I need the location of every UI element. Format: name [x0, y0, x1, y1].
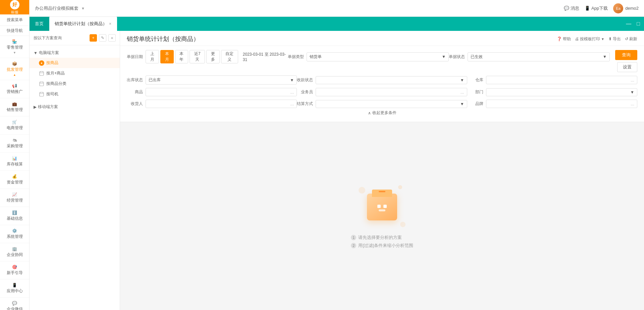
date-last-month-btn[interactable]: 上月 — [146, 50, 159, 63]
empty-hint-2: 2 用[过滤]条件来缩小分析范围 — [351, 243, 413, 249]
outstatus-select[interactable]: 已出库 ▼ — [146, 75, 297, 85]
sidebar-item-ecommerce-label: 电商管理 — [7, 125, 23, 131]
sidebar-item-operations[interactable]: 📈 经营管理 — [0, 189, 29, 207]
export-button[interactable]: ⬆ 导出 — [608, 36, 621, 42]
settlement-select[interactable]: ▼ — [316, 100, 467, 108]
settlement-label: 结算方式 — [297, 101, 316, 107]
setting-button[interactable]: 设置 — [617, 62, 637, 72]
title-actions: ❓ 帮助 🖨 按模板打印 ▼ ⬆ 导出 ↺ 刷新 — [557, 36, 637, 42]
sidebar-item-ecommerce[interactable]: 🛒 电商管理 — [0, 116, 29, 135]
date-this-year-btn[interactable]: 本年 — [175, 50, 189, 63]
add-solution-button[interactable]: + — [90, 34, 97, 42]
collapse-icon: « — [111, 36, 113, 40]
template-print-label: 按模板打印 — [580, 36, 600, 42]
tab-maximize-button[interactable]: □ — [635, 20, 641, 28]
template-print-button[interactable]: 🖨 按模板打印 ▼ — [575, 36, 604, 42]
sidebar-item-purchase[interactable]: 🛍 采购管理 — [0, 135, 29, 153]
app-logo[interactable]: 好 标服 — [0, 0, 29, 14]
tab-home[interactable]: 首页 — [30, 17, 49, 31]
warehouse-dots-icon[interactable]: ... — [631, 78, 634, 83]
sidebar-item-finance[interactable]: 💰 资金管理 — [0, 171, 29, 189]
receiver-dots-icon[interactable]: ... — [290, 101, 294, 106]
solution-by-category[interactable]: 按商品分类 — [30, 79, 120, 89]
user-info[interactable]: Ea demo2 — [613, 3, 639, 13]
page-content: 按以下方案查询 + ✎ « ▼ 电脑端方案 ● 按商品 — [30, 31, 644, 310]
docstatus-select[interactable]: 已生效 ▼ — [468, 52, 610, 61]
salesperson-dots-icon[interactable]: ... — [461, 90, 464, 95]
outstatus-label: 出库状态 — [127, 77, 146, 83]
brand-label: 品牌 — [467, 101, 486, 107]
tab-home-label: 首页 — [35, 21, 44, 27]
date-custom-btn[interactable]: 自定义 — [221, 50, 238, 63]
tab-close-button[interactable]: × — [109, 21, 111, 26]
breadcrumb-arrow-icon: ▼ — [81, 6, 85, 10]
sidebar: 好 标服 搜索菜单 快捷导航 🏪 零售管理 ▼ 📦 批发管理 ▲ 📢 营销推广 … — [0, 0, 30, 310]
app-download-button[interactable]: 📱 App下载 — [585, 5, 608, 11]
purchase-icon: 🛍 — [13, 138, 17, 143]
top-header: 办公用品行业模拟账套 ▼ 💬 消息 📱 App下载 Ea demo2 — [30, 0, 644, 17]
svg-rect-8 — [40, 92, 44, 96]
pc-group-title[interactable]: ▼ 电脑端方案 — [30, 48, 120, 58]
page-title: 销货单统计计划（按商品） — [127, 35, 199, 43]
edit-icon: ✎ — [101, 36, 104, 40]
chevron-up-icon: ∧ — [368, 111, 371, 115]
sidebar-item-wholesale[interactable]: 📦 批发管理 ▲ — [0, 58, 29, 80]
tab-active[interactable]: 销货单统计计划（按商品） × — [49, 17, 117, 31]
sidebar-item-enterprise-label: 企业协同 — [7, 252, 23, 258]
salesperson-label: 业务员 — [297, 89, 316, 95]
quick-nav[interactable]: 快捷导航 — [0, 26, 29, 36]
date-last7-btn[interactable]: 近7天 — [190, 50, 205, 63]
marketing-icon: 📢 — [12, 84, 17, 88]
sidebar-item-base[interactable]: ℹ️ 基础信息 — [0, 207, 29, 225]
template-print-arrow: ▼ — [601, 37, 604, 41]
solution-by-driver[interactable]: 按司机 — [30, 89, 120, 99]
help-button[interactable]: ❓ 帮助 — [557, 36, 571, 42]
sidebar-item-wechat[interactable]: 💬 企业微信 — [0, 298, 29, 310]
search-menu[interactable]: 搜索菜单 — [0, 14, 29, 26]
solution-driver-icon — [39, 92, 44, 97]
collapse-panel-button[interactable]: « — [108, 34, 116, 42]
solution-by-product-label: 按商品 — [46, 60, 58, 66]
system-icon: ⚙️ — [12, 228, 17, 233]
edit-solution-button[interactable]: ✎ — [99, 34, 106, 42]
solution-by-month-product[interactable]: 按月+商品 — [30, 68, 120, 79]
data-area: 1 请先选择要分析的方案 2 用[过滤]条件来缩小分析范围 — [120, 122, 644, 310]
ecommerce-icon: 🛒 — [12, 120, 17, 124]
wholesale-arrow: ▲ — [13, 73, 16, 76]
solution-by-product[interactable]: ● 按商品 — [30, 58, 120, 68]
date-more-btn[interactable]: 更多 — [206, 50, 220, 63]
print-icon: 🖨 — [575, 37, 579, 41]
sidebar-item-inventory[interactable]: 📊 库存核算 — [0, 153, 29, 171]
apps-icon: 📱 — [12, 283, 17, 288]
action-panel: 查询 设置 — [615, 50, 637, 72]
query-button[interactable]: 查询 — [615, 50, 637, 60]
sidebar-item-apps[interactable]: 📱 应用中心 — [0, 279, 29, 298]
outstatus-arrow-icon: ▼ — [290, 78, 294, 83]
filter-docstatus-group: 单据状态 已生效 ▼ — [449, 50, 610, 63]
mobile-group-label: 移动端方案 — [38, 104, 58, 110]
sidebar-item-sales[interactable]: 💼 销售管理 — [0, 98, 29, 116]
department-select[interactable]: ▼ — [486, 88, 637, 96]
doctype-select[interactable]: 销货单 ▼ — [307, 52, 449, 61]
message-button[interactable]: 💬 消息 — [564, 5, 579, 11]
sidebar-item-guide[interactable]: 🎯 新手引导 — [0, 261, 29, 279]
sidebar-item-marketing[interactable]: 📢 营销推广 — [0, 80, 29, 98]
brand-dots-icon[interactable]: ... — [631, 101, 634, 106]
doctype-value: 销货单 — [310, 54, 322, 60]
help-label: 帮助 — [563, 36, 571, 42]
guide-icon: 🎯 — [12, 265, 17, 269]
tab-minimize-button[interactable]: — — [625, 20, 633, 28]
refresh-button[interactable]: ↺ 刷新 — [625, 36, 637, 42]
solution-by-driver-label: 按司机 — [46, 91, 58, 97]
mobile-solution-group[interactable]: ▶ 移动端方案 — [30, 102, 120, 112]
sidebar-item-enterprise[interactable]: 🏢 企业协同 — [0, 243, 29, 261]
sidebar-item-system[interactable]: ⚙️ 系统管理 — [0, 225, 29, 243]
payment-select[interactable]: ▼ — [316, 76, 467, 84]
product-dots-icon[interactable]: ... — [290, 90, 294, 95]
collapse-more-button[interactable]: ∧ 收起更多条件 — [127, 108, 637, 118]
doctype-label: 单据类型 — [288, 54, 307, 60]
date-this-month-btn[interactable]: 本月 — [160, 50, 174, 63]
sidebar-item-retail[interactable]: 🏪 零售管理 ▼ — [0, 36, 29, 58]
payment-arrow-icon: ▼ — [460, 78, 464, 83]
hint-text-1: 请先选择要分析的方案 — [358, 235, 402, 241]
